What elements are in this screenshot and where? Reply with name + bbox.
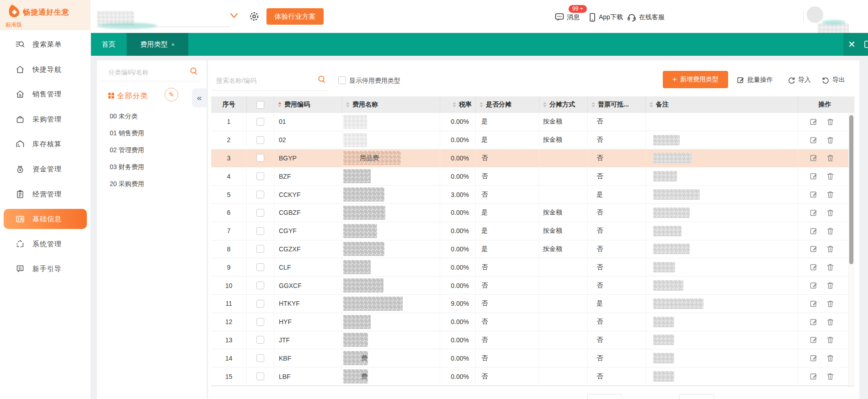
fee-search-icon[interactable] xyxy=(317,75,326,84)
delete-icon[interactable] xyxy=(826,336,834,344)
batch-actions-button[interactable]: 批量操作 xyxy=(737,74,773,85)
edit-icon[interactable] xyxy=(810,282,818,289)
delete-icon[interactable] xyxy=(826,136,834,144)
column-header-费用编码[interactable]: 费用编码 xyxy=(274,96,342,113)
table-row-3[interactable]: 3BGYP用品费0.00%否否 xyxy=(211,149,848,168)
table-row-2[interactable]: 2020.00%是按金额否 xyxy=(211,131,848,149)
close-all-tabs-icon[interactable]: ✕ xyxy=(848,40,856,49)
sidebar-item-1[interactable]: 搜索菜单 xyxy=(4,34,87,54)
edit-icon[interactable] xyxy=(810,245,818,253)
delete-icon[interactable] xyxy=(826,282,834,289)
sort-icon[interactable] xyxy=(346,102,350,107)
import-button[interactable]: 导入 xyxy=(788,74,811,85)
category-item-1[interactable]: 00 未分类 xyxy=(110,112,138,121)
sidebar-item-7[interactable]: 经营管理 xyxy=(4,184,87,204)
table-row-13[interactable]: 13JTF0.00%否否 xyxy=(211,331,848,350)
app-download-button[interactable]: App下载 xyxy=(589,13,623,22)
sort-icon[interactable] xyxy=(543,102,547,107)
sort-icon[interactable] xyxy=(278,102,282,107)
sort-icon[interactable] xyxy=(479,102,483,107)
table-scrollbar-thumb[interactable] xyxy=(849,115,853,264)
edit-icon[interactable] xyxy=(810,154,818,162)
select-all-checkbox[interactable] xyxy=(256,101,264,109)
pagination-button-next[interactable] xyxy=(679,394,714,399)
category-root[interactable]: 全部分类 xyxy=(117,91,148,101)
row-checkbox[interactable] xyxy=(256,136,264,144)
row-checkbox[interactable] xyxy=(256,263,264,271)
row-checkbox[interactable] xyxy=(256,209,264,217)
delete-icon[interactable] xyxy=(826,172,834,180)
avatar[interactable] xyxy=(807,6,823,23)
edit-icon[interactable] xyxy=(810,372,818,380)
row-checkbox[interactable] xyxy=(256,227,264,235)
pagination-button-prev[interactable] xyxy=(587,394,622,399)
sidebar-item-3[interactable]: $销售管理 xyxy=(4,84,87,104)
edit-icon[interactable] xyxy=(810,318,818,326)
column-header-备注[interactable]: 备注 xyxy=(646,96,798,113)
delete-icon[interactable] xyxy=(826,245,834,253)
category-item-4[interactable]: 03 财务费用 xyxy=(110,163,144,171)
tab-fee-type[interactable]: 费用类型 × xyxy=(127,33,188,56)
table-row-7[interactable]: 7CGYF0.00%是按金额否 xyxy=(211,222,848,240)
messages-badge[interactable]: 99 + xyxy=(569,5,587,13)
try-industry-plan-button[interactable]: 体验行业方案 xyxy=(266,8,324,25)
row-checkbox[interactable] xyxy=(256,172,264,180)
sidebar-item-5[interactable]: 库存核算 xyxy=(4,134,87,154)
online-service-button[interactable]: 在线客服 xyxy=(627,13,665,22)
row-checkbox[interactable] xyxy=(256,191,264,198)
sidebar-item-4[interactable]: 采购管理 xyxy=(4,109,87,129)
fee-search-input[interactable]: 搜索名称/编码 xyxy=(216,77,256,85)
row-checkbox[interactable] xyxy=(256,318,264,326)
table-row-12[interactable]: 12HYF0.00%否否 xyxy=(211,313,848,331)
edit-icon[interactable] xyxy=(810,172,818,180)
row-checkbox[interactable] xyxy=(256,372,264,380)
row-checkbox[interactable] xyxy=(256,118,264,126)
edit-icon[interactable] xyxy=(810,354,818,362)
table-row-1[interactable]: 1010.00%是按金额否 xyxy=(211,113,848,131)
table-row-11[interactable]: 11HTKYF9.00%否是 xyxy=(211,295,848,313)
delete-icon[interactable] xyxy=(826,191,834,198)
tab-list-icon[interactable] xyxy=(864,41,868,48)
delete-icon[interactable] xyxy=(826,209,834,217)
edit-icon[interactable] xyxy=(810,300,818,308)
edit-categories-icon[interactable]: ✎ xyxy=(165,88,178,101)
row-checkbox[interactable] xyxy=(256,300,264,308)
row-checkbox[interactable] xyxy=(256,154,264,162)
edit-icon[interactable] xyxy=(810,227,818,235)
table-row-4[interactable]: 4BZF0.00%否否 xyxy=(211,167,848,186)
delete-icon[interactable] xyxy=(826,263,834,271)
chevron-down-icon[interactable] xyxy=(230,12,238,19)
edit-icon[interactable] xyxy=(810,136,818,144)
edit-icon[interactable] xyxy=(810,263,818,271)
column-header-税率[interactable]: 税率 xyxy=(440,96,476,113)
sidebar-item-9[interactable]: 系统管理 xyxy=(4,234,87,254)
sidebar-item-8[interactable]: 基础信息 xyxy=(4,209,87,229)
edit-icon[interactable] xyxy=(810,191,818,198)
messages-button[interactable]: 消息 xyxy=(555,13,580,21)
row-checkbox[interactable] xyxy=(256,245,264,253)
category-search-input[interactable]: 分类编码/名称 xyxy=(108,69,149,77)
category-item-2[interactable]: 01 销售费用 xyxy=(110,129,144,138)
category-item-5[interactable]: 20 采购费用 xyxy=(110,180,144,188)
collapse-panel-button[interactable]: « xyxy=(192,88,207,107)
sort-icon[interactable] xyxy=(591,102,595,107)
column-header-普票可抵...[interactable]: 普票可抵... xyxy=(588,96,646,113)
table-row-10[interactable]: 10GGXCF0.00%否否 xyxy=(211,277,848,295)
row-checkbox[interactable] xyxy=(256,336,264,344)
sidebar-item-10[interactable]: 新新手引导 xyxy=(4,259,87,279)
category-search-icon[interactable] xyxy=(189,67,198,76)
table-row-14[interactable]: 14KBF费0.00%否否 xyxy=(211,349,848,367)
column-header-是否分摊[interactable]: 是否分摊 xyxy=(476,96,539,113)
add-fee-type-button[interactable]: + 新增费用类型 xyxy=(663,71,728,88)
row-checkbox[interactable] xyxy=(256,354,264,362)
export-button[interactable]: 导出 xyxy=(822,74,845,85)
column-header-checkbox[interactable] xyxy=(247,96,274,113)
sidebar-item-6[interactable]: ¥资金管理 xyxy=(4,159,87,179)
column-header-分摊方式[interactable]: 分摊方式 xyxy=(539,96,588,113)
delete-icon[interactable] xyxy=(826,227,834,235)
delete-icon[interactable] xyxy=(826,354,834,362)
table-row-15[interactable]: 15LBF费0.00%否否 xyxy=(211,367,848,386)
column-header-费用名称[interactable]: 费用名称 xyxy=(342,96,440,113)
delete-icon[interactable] xyxy=(826,300,834,308)
delete-icon[interactable] xyxy=(826,154,834,162)
